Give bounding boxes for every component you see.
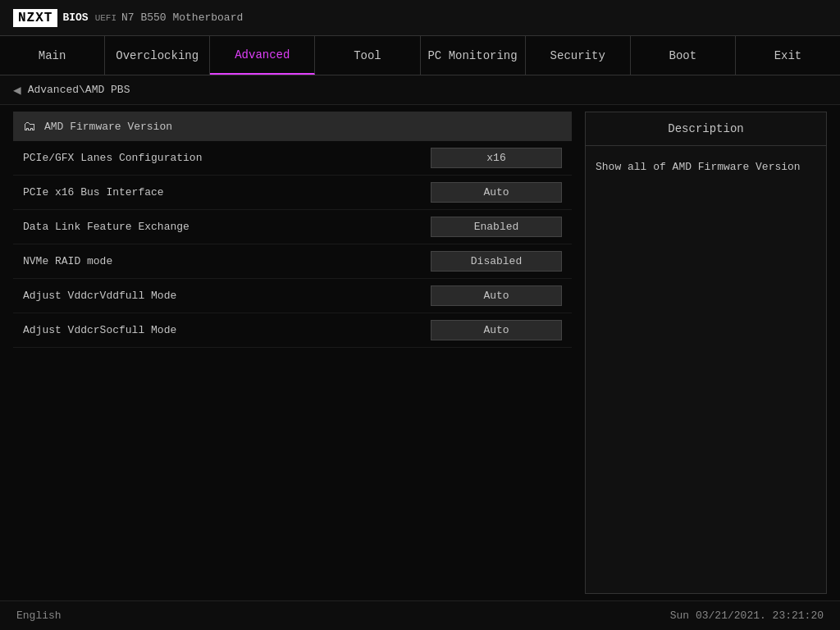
setting-row-nvme-raid[interactable]: NVMe RAID mode Disabled [13,244,572,279]
setting-label-vddcr-vdd: Adjust VddcrVddfull Mode [23,290,431,302]
setting-value-vddcr-vdd[interactable]: Auto [431,285,562,306]
breadcrumb: ◀ Advanced\AMD PBS [0,75,840,105]
tab-tool[interactable]: Tool [315,36,420,75]
header: NZXT BIOS UEFI N7 B550 Motherboard [0,0,840,36]
setting-label-nvme-raid: NVMe RAID mode [23,255,431,267]
setting-row-vddcr-soc[interactable]: Adjust VddcrSocfull Mode Auto [13,313,572,348]
status-bar: English Sun 03/21/2021. 23:21:20 [0,600,840,630]
tab-exit[interactable]: Exit [736,36,840,75]
setting-value-vddcr-soc[interactable]: Auto [431,320,562,340]
setting-value-pcie-x16[interactable]: Auto [431,182,562,203]
folder-icon: 🗂 [23,119,36,135]
logo: NZXT BIOS UEFI N7 B550 Motherboard [13,9,243,27]
menu-item-firmware[interactable]: 🗂 AMD Firmware Version [13,112,572,141]
tab-pc-monitoring[interactable]: PC Monitoring [421,36,526,75]
left-panel: 🗂 AMD Firmware Version PCIe/GFX Lanes Co… [13,112,572,594]
status-language: English [16,609,62,622]
menu-item-firmware-label: AMD Firmware Version [44,121,562,133]
tab-boot[interactable]: Boot [631,36,736,75]
setting-row-vddcr-vdd[interactable]: Adjust VddcrVddfull Mode Auto [13,279,572,313]
breadcrumb-path: Advanced\AMD PBS [28,84,130,96]
logo-model: N7 B550 Motherboard [121,11,243,24]
setting-row-pcie-x16[interactable]: PCIe x16 Bus Interface Auto [13,176,572,210]
description-header: Description [586,112,826,146]
setting-label-data-link: Data Link Feature Exchange [23,221,431,233]
description-panel: Description Show all of AMD Firmware Ver… [585,112,827,594]
setting-row-data-link[interactable]: Data Link Feature Exchange Enabled [13,210,572,244]
setting-label-vddcr-soc: Adjust VddcrSocfull Mode [23,324,431,336]
nav-bar: Main Overclocking Advanced Tool PC Monit… [0,36,840,75]
setting-value-pcie-gfx[interactable]: x16 [431,148,562,168]
setting-row-pcie-gfx[interactable]: PCIe/GFX Lanes Configuration x16 [13,141,572,176]
breadcrumb-back-button[interactable]: ◀ [13,82,21,98]
logo-uefi: UEFI [95,13,116,23]
setting-label-pcie-gfx: PCIe/GFX Lanes Configuration [23,152,431,164]
tab-advanced[interactable]: Advanced [210,36,315,75]
description-content: Show all of AMD Firmware Version [586,146,826,189]
tab-security[interactable]: Security [526,36,631,75]
status-datetime: Sun 03/21/2021. 23:21:20 [670,609,824,622]
setting-label-pcie-x16: PCIe x16 Bus Interface [23,186,431,199]
logo-nzxt: NZXT [13,9,57,27]
tab-overclocking[interactable]: Overclocking [105,36,210,75]
main-content: 🗂 AMD Firmware Version PCIe/GFX Lanes Co… [0,105,840,600]
setting-value-nvme-raid[interactable]: Disabled [431,251,562,272]
tab-main[interactable]: Main [0,36,105,75]
setting-value-data-link[interactable]: Enabled [431,217,562,237]
logo-bios: BIOS [62,11,88,24]
